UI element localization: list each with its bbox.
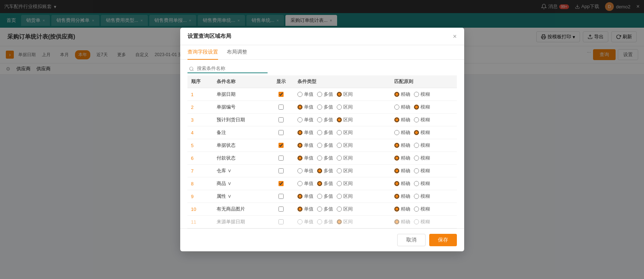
dialog-title: 设置查询区域布局 bbox=[187, 33, 231, 40]
search-input[interactable] bbox=[187, 64, 268, 73]
tab-layout[interactable]: 布局调整 bbox=[227, 45, 247, 60]
search-icon bbox=[189, 66, 194, 71]
dialog-tabs: 查询字段设置 布局调整 bbox=[180, 45, 464, 60]
tab-fields[interactable]: 查询字段设置 bbox=[187, 45, 218, 60]
dialog-header: 设置查询区域布局 × bbox=[180, 28, 464, 45]
search-wrapper bbox=[187, 64, 268, 73]
dialog-close-button[interactable]: × bbox=[453, 33, 457, 40]
svg-line-4 bbox=[192, 70, 193, 71]
settings-dialog: 设置查询区域布局 × 查询字段设置 布局调整 顺序 条件名称 显示 条件类型 匹… bbox=[180, 28, 464, 75]
dialog-search-area bbox=[180, 60, 464, 75]
svg-point-3 bbox=[189, 67, 193, 70]
